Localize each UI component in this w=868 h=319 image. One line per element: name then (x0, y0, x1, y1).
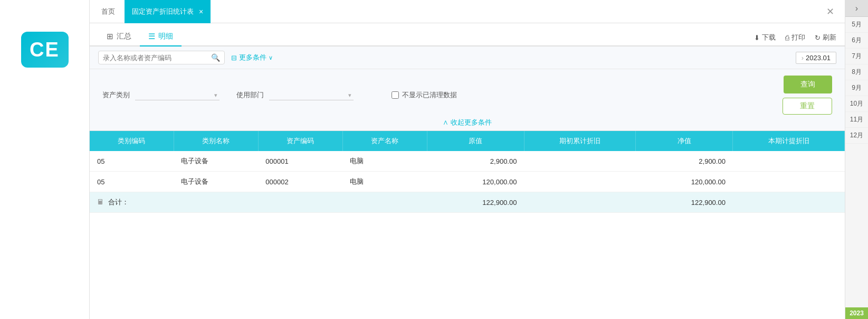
asset-type-label: 资产类别 (102, 90, 130, 100)
print-button[interactable]: ⎙ 打印 (785, 33, 805, 42)
total-net-value: 122,900.00 (636, 192, 733, 213)
collapse-label: 收起更多条件 (451, 118, 492, 126)
total-label-cell: 🖩 合计： (90, 192, 342, 213)
cell-original: 120,000.00 (427, 172, 524, 192)
refresh-label: 刷新 (823, 33, 836, 42)
total-accum-dep (524, 192, 636, 213)
month-9[interactable]: 9月 (845, 80, 868, 96)
total-label: 合计： (108, 198, 129, 206)
refresh-button[interactable]: ↻ 刷新 (815, 33, 836, 42)
right-nav-panel: › 5月 6月 7月 8月 9月 10月 11月 12月 2023 (845, 0, 868, 319)
asset-type-select[interactable] (135, 90, 220, 100)
print-icon: ⎙ (785, 34, 789, 42)
cell-accum-dep (524, 151, 636, 172)
total-current-dep (733, 192, 845, 213)
collapse-icon: ∧ (443, 118, 451, 126)
col-header-code: 类别编码 (90, 131, 174, 151)
month-12[interactable]: 12月 (845, 128, 868, 144)
detail-icon: ☰ (148, 32, 155, 41)
table-body: 05 电子设备 000001 电脑 2,900.00 2,900.00 05 电… (90, 151, 845, 213)
hide-cleared-label: 不显示已清理数据 (402, 90, 457, 100)
advanced-filter: 资产类别 使用部门 (90, 69, 845, 131)
sub-tab-actions: ⬇ 下载 ⎙ 打印 ↻ 刷新 (754, 33, 836, 45)
col-header-current-dep: 本期计提折旧 (733, 131, 845, 151)
table-wrap: 类别编码 类别名称 资产编码 资产名称 原值 期初累计折旧 净值 本期计提折旧 … (90, 131, 845, 319)
content-wrapper: ⊞ 汇总 ☰ 明细 ⬇ 下载 ⎙ 打印 ↻ 刷新 (90, 23, 845, 319)
cell-asset-name: 电脑 (342, 172, 427, 192)
cell-original: 2,900.00 (427, 151, 524, 172)
filter-icon: ⊟ (231, 54, 237, 62)
table-row: 05 电子设备 000002 电脑 120,000.00 120,000.00 (90, 172, 845, 192)
asset-type-select-wrap (135, 90, 220, 100)
nav-tab-active[interactable]: 固定资产折旧统计表 × (125, 0, 211, 23)
col-header-accum-dep: 期初累计折旧 (524, 131, 636, 151)
col-header-net-value: 净值 (636, 131, 733, 151)
tab-detail-label: 明细 (158, 32, 173, 41)
cell-name: 电子设备 (174, 151, 258, 172)
more-conditions-button[interactable]: ⊟ 更多条件 ∨ (231, 53, 273, 62)
search-input[interactable] (103, 54, 208, 62)
window-close-icon[interactable]: ✕ (822, 6, 838, 17)
col-header-original: 原值 (427, 131, 524, 151)
cell-asset-name: 电脑 (342, 151, 427, 172)
right-panel-arrow-up[interactable]: › (845, 0, 868, 17)
month-5[interactable]: 5月 (845, 17, 868, 33)
cell-current-dep (733, 172, 845, 192)
cell-net-value: 120,000.00 (636, 172, 733, 192)
month-11[interactable]: 11月 (845, 112, 868, 128)
download-icon: ⬇ (754, 34, 760, 42)
nav-tab-label: 固定资产折旧统计表 (132, 7, 194, 16)
download-label: 下载 (762, 33, 776, 42)
top-nav: 首页 固定资产折旧统计表 × ✕ (90, 0, 845, 23)
year-badge: 2023 (845, 307, 868, 319)
refresh-icon: ↻ (815, 34, 821, 42)
collapse-bar[interactable]: ∧ 收起更多条件 (102, 115, 832, 128)
print-label: 打印 (791, 33, 805, 42)
date-value: 2023.01 (806, 54, 831, 62)
query-btn-group: 查询 重置 (783, 76, 832, 115)
cell-name: 电子设备 (174, 172, 258, 192)
sub-tab-bar: ⊞ 汇总 ☰ 明细 ⬇ 下载 ⎙ 打印 ↻ 刷新 (90, 23, 845, 46)
table-row: 05 电子设备 000001 电脑 2,900.00 2,900.00 (90, 151, 845, 172)
total-original: 122,900.00 (427, 192, 524, 213)
search-icon: 🔍 (211, 53, 220, 62)
sidebar-logo: CE (0, 0, 90, 319)
checkbox-field: 不显示已清理数据 (392, 90, 457, 100)
data-table: 类别编码 类别名称 资产编码 资产名称 原值 期初累计折旧 净值 本期计提折旧 … (90, 131, 845, 213)
table-header: 类别编码 类别名称 资产编码 资产名称 原值 期初累计折旧 净值 本期计提折旧 (90, 131, 845, 151)
summary-icon: ⊞ (107, 32, 113, 41)
dept-select-wrap (269, 90, 354, 100)
query-button[interactable]: 查询 (784, 76, 832, 93)
cell-asset-code: 000002 (258, 172, 342, 192)
cell-asset-code: 000001 (258, 151, 342, 172)
cell-accum-dep (524, 172, 636, 192)
total-empty-name (342, 192, 427, 213)
date-panel[interactable]: › 2023.01 (796, 52, 836, 64)
tab-detail[interactable]: ☰ 明细 (140, 27, 182, 46)
dept-select[interactable] (269, 90, 354, 100)
month-7[interactable]: 7月 (845, 49, 868, 64)
tab-summary[interactable]: ⊞ 汇总 (98, 27, 140, 46)
logo-text: CE (21, 32, 69, 68)
cell-code: 05 (90, 172, 174, 192)
hide-cleared-checkbox[interactable] (392, 91, 399, 99)
right-month-list: 5月 6月 7月 8月 9月 10月 11月 12月 (845, 17, 868, 307)
nav-home[interactable]: 首页 (96, 7, 120, 16)
reset-button[interactable]: 重置 (783, 98, 832, 115)
dept-field: 使用部门 (236, 90, 354, 100)
tab-summary-label: 汇总 (117, 32, 131, 41)
search-wrap: 🔍 (98, 51, 225, 64)
dept-label: 使用部门 (236, 90, 264, 100)
expand-arrow-icon: ∨ (269, 54, 273, 61)
month-10[interactable]: 10月 (845, 96, 868, 112)
download-button[interactable]: ⬇ 下载 (754, 33, 776, 42)
total-icon: 🖩 (97, 198, 104, 206)
more-conditions-label: 更多条件 (239, 53, 266, 62)
nav-tab-close-icon[interactable]: × (199, 8, 203, 15)
month-8[interactable]: 8月 (845, 64, 868, 80)
col-header-asset-code: 资产编码 (258, 131, 342, 151)
date-arrow-left[interactable]: › (802, 54, 804, 62)
col-header-name: 类别名称 (174, 131, 258, 151)
month-6[interactable]: 6月 (845, 33, 868, 49)
col-header-asset-name: 资产名称 (342, 131, 427, 151)
